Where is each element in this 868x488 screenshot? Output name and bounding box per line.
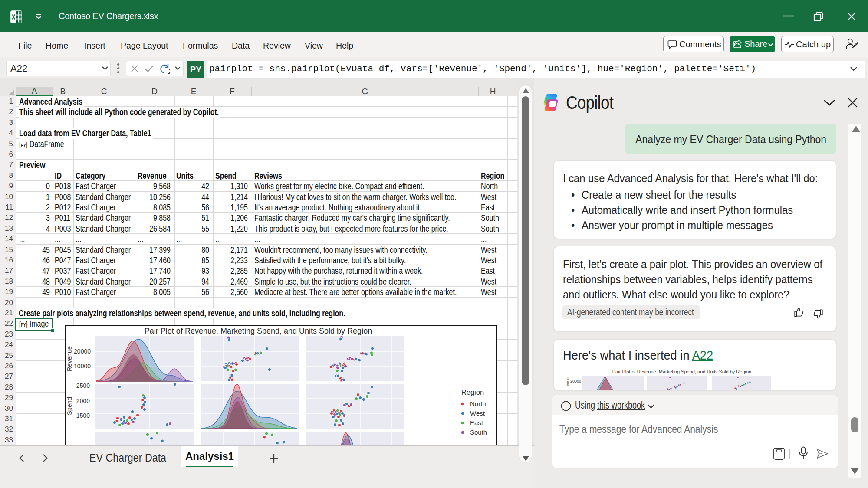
svg-text:South: South	[470, 429, 487, 436]
svg-text:Region: Region	[461, 388, 484, 396]
svg-text:Pair Plot of Revenue, Marketin: Pair Plot of Revenue, Marketing Spend, a…	[145, 327, 372, 335]
svg-text:North: North	[470, 400, 486, 407]
svg-text:Revenue: Revenue	[66, 346, 73, 371]
svg-text:2000: 2000	[76, 397, 90, 404]
svg-text:Spend: Spend	[66, 397, 73, 415]
svg-text:East: East	[470, 419, 483, 426]
svg-text:2500: 2500	[76, 382, 90, 389]
svg-text:10000: 10000	[74, 363, 91, 370]
svg-text:1500: 1500	[76, 412, 90, 419]
svg-text:20000: 20000	[74, 348, 91, 355]
svg-text:West: West	[470, 409, 485, 417]
